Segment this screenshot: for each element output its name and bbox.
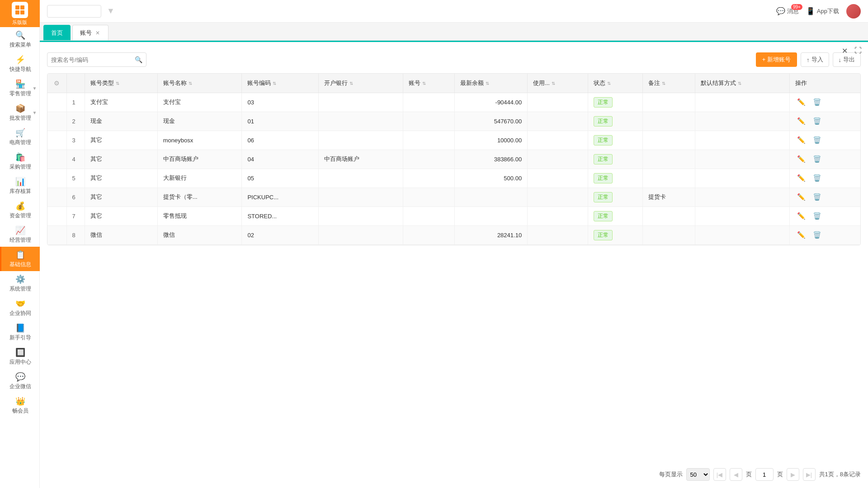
sidebar-item-app-center[interactable]: 🔲 应用中心	[0, 344, 40, 369]
message-button[interactable]: 💬 消息 99+	[776, 7, 799, 15]
col-account-no[interactable]: 账号⇅	[403, 74, 454, 93]
import-button[interactable]: ↑ 导入	[801, 52, 829, 67]
row-account-type: 其它	[85, 150, 157, 169]
last-page-button[interactable]: ▶|	[803, 468, 816, 481]
row-remark	[643, 206, 695, 225]
delete-button[interactable]: 🗑️	[811, 173, 823, 183]
edit-button[interactable]: ✏️	[795, 173, 807, 183]
sidebar-item-finance-mgmt[interactable]: 💰 资金管理	[0, 198, 40, 222]
search-input[interactable]	[51, 56, 135, 63]
per-page-select[interactable]: 50 100 200	[686, 468, 710, 481]
row-remark	[643, 225, 695, 244]
row-status: 正常	[588, 131, 642, 150]
sort-icon-open-bank: ⇅	[349, 81, 353, 86]
current-page-input[interactable]	[755, 468, 774, 481]
column-settings-button[interactable]: ⚙	[54, 80, 60, 87]
maximize-window-button[interactable]: ⛶	[852, 44, 864, 57]
action-buttons: ✏️ 🗑️	[795, 116, 855, 126]
col-account-type[interactable]: 账号类型⇅	[85, 74, 157, 93]
edit-button[interactable]: ✏️	[795, 97, 807, 107]
delete-button[interactable]: 🗑️	[811, 135, 823, 145]
sidebar-item-retail-mgmt[interactable]: 🏪 零售管理 ▼	[0, 76, 40, 100]
vip-member-icon: 👑	[15, 396, 25, 406]
chevron-icon: ▼	[33, 110, 37, 115]
row-latest-balance	[454, 188, 527, 206]
user-avatar[interactable]	[846, 4, 861, 19]
delete-button[interactable]: 🗑️	[811, 97, 823, 107]
search-icon[interactable]: 🔍	[135, 56, 142, 63]
col-num	[66, 74, 85, 93]
col-default-settlement[interactable]: 默认结算方式⇅	[695, 74, 789, 93]
prev-page-button[interactable]: ◀	[730, 468, 742, 481]
sidebar-item-vip-member[interactable]: 👑 畅会员	[0, 393, 40, 418]
sidebar-item-basic-info[interactable]: 📋 基础信息	[0, 247, 40, 271]
basic-info-icon: 📋	[15, 250, 25, 260]
next-page-button[interactable]: ▶	[787, 468, 799, 481]
sidebar-item-ecommerce-mgmt[interactable]: 🛒 电商管理	[0, 125, 40, 149]
tab-close-icon[interactable]: ✕	[94, 30, 101, 36]
total-info: 共1页，8条记录	[819, 470, 861, 479]
delete-button[interactable]: 🗑️	[811, 192, 823, 202]
sidebar-item-operations-mgmt[interactable]: 📈 经营管理	[0, 222, 40, 247]
delete-button[interactable]: 🗑️	[811, 211, 823, 221]
row-account-type: 支付宝	[85, 93, 157, 112]
sort-icon-account-name: ⇅	[189, 81, 192, 86]
sidebar-item-system-mgmt[interactable]: ⚙️ 系统管理	[0, 271, 40, 296]
delete-button[interactable]: 🗑️	[811, 154, 823, 164]
row-default-settlement	[695, 225, 789, 244]
topbar-left: ▼	[47, 5, 115, 18]
delete-button[interactable]: 🗑️	[811, 116, 823, 126]
row-num: 7	[66, 206, 85, 225]
col-latest-balance[interactable]: 最新余额⇅	[454, 74, 527, 93]
topbar-dropdown-icon[interactable]: ▼	[107, 6, 115, 16]
row-gear-cell	[47, 206, 66, 225]
row-account-no	[403, 112, 454, 131]
col-open-bank[interactable]: 开户银行⇅	[319, 74, 403, 93]
row-gear-cell	[47, 112, 66, 131]
first-page-button[interactable]: |◀	[713, 468, 726, 481]
edit-button[interactable]: ✏️	[795, 154, 807, 164]
sidebar-item-label: 基础信息	[9, 261, 31, 268]
sidebar-item-label: 企业微信	[9, 383, 31, 390]
edit-button[interactable]: ✏️	[795, 211, 807, 221]
edit-button[interactable]: ✏️	[795, 116, 807, 126]
add-account-button[interactable]: + 新增账号	[756, 52, 797, 67]
row-account-code: 01	[242, 112, 319, 131]
sidebar-item-wholesale-mgmt[interactable]: 📦 批发管理 ▼	[0, 100, 40, 125]
close-window-button[interactable]: ✕	[838, 44, 851, 57]
edit-button[interactable]: ✏️	[795, 192, 807, 202]
teal-accent-bar	[40, 41, 868, 42]
content-area: ✕ ⛶ 🔍 + 新增账号 ↑ 导入 ↓ 导出	[40, 41, 868, 488]
col-account-name[interactable]: 账号名称⇅	[157, 74, 242, 93]
chevron-icon: ▼	[33, 86, 37, 91]
col-remark[interactable]: 备注⇅	[643, 74, 695, 93]
row-gear-cell	[47, 150, 66, 169]
app-download-button[interactable]: 📱 App下载	[806, 7, 839, 15]
row-account-no	[403, 93, 454, 112]
sidebar: 乐版版 🔍 搜索菜单 ⚡ 快捷导航 🏪 零售管理 ▼ 📦 批发管理 ▼ 🛒 电商…	[0, 0, 40, 488]
delete-button[interactable]: 🗑️	[811, 230, 823, 240]
sidebar-item-quick-nav[interactable]: ⚡ 快捷导航	[0, 52, 40, 76]
sidebar-item-corp-agreement[interactable]: 🤝 企业协同	[0, 296, 40, 320]
tab-account-label: 账号	[80, 29, 92, 37]
edit-button[interactable]: ✏️	[795, 230, 807, 240]
tab-account[interactable]: 账号 ✕	[72, 25, 108, 40]
sidebar-item-new-guide[interactable]: 📘 新手引导	[0, 320, 40, 344]
goto-label: 页	[777, 470, 783, 479]
action-buttons: ✏️ 🗑️	[795, 192, 855, 202]
col-account-code[interactable]: 账号编码⇅	[242, 74, 319, 93]
sidebar-item-inventory[interactable]: 📊 库存核算	[0, 174, 40, 198]
edit-button[interactable]: ✏️	[795, 135, 807, 145]
row-usage	[528, 225, 588, 244]
col-status[interactable]: 状态⇅	[588, 74, 642, 93]
table-row: 7 其它 零售抵现 STORED... 正常 ✏️ 🗑️	[47, 206, 860, 225]
col-usage[interactable]: 使用...⇅	[528, 74, 588, 93]
row-status: 正常	[588, 169, 642, 188]
tab-home[interactable]: 首页	[43, 25, 71, 40]
sidebar-item-search-menu[interactable]: 🔍 搜索菜单	[0, 27, 40, 52]
topbar-search-input[interactable]	[47, 5, 101, 18]
sidebar-item-label: 快捷导航	[9, 66, 31, 73]
sidebar-item-corp-wechat[interactable]: 💬 企业微信	[0, 369, 40, 393]
sidebar-item-purchase-mgmt[interactable]: 🛍️ 采购管理	[0, 149, 40, 174]
row-action: ✏️ 🗑️	[789, 206, 860, 225]
